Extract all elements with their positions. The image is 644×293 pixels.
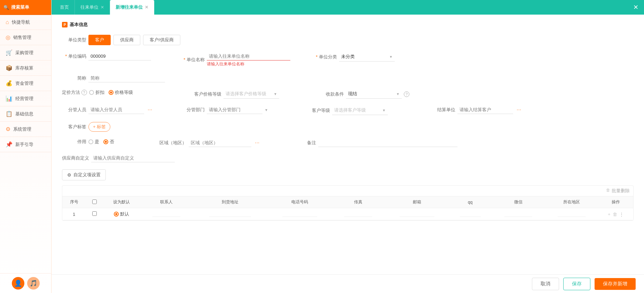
disabled-label: 停用 <box>62 139 86 145</box>
save-new-button[interactable]: 保存并新增 <box>595 278 636 290</box>
batch-delete-label[interactable]: 批量删除 <box>612 188 630 194</box>
payment-help-icon[interactable]: ? <box>404 91 409 97</box>
dept-input[interactable] <box>207 106 262 114</box>
fax-input[interactable] <box>344 211 372 217</box>
tab-partners[interactable]: 往来单位 ✕ <box>75 0 110 15</box>
custom-settings-label: 自定义项设置 <box>73 172 101 178</box>
region-label: 区域（地区） <box>159 140 187 146</box>
unit-type-row: 单位类型 客户 供应商 客户/供应商 <box>62 35 634 45</box>
payment-terms-select[interactable]: 现结 ▼ <box>346 89 402 99</box>
supplier-custom-input[interactable] <box>91 154 175 162</box>
tab-new-partner-close[interactable]: ✕ <box>145 5 148 10</box>
custom-settings-button[interactable]: ⚙ 自定义项设置 <box>62 169 106 180</box>
th-wechat: 微信 <box>492 196 545 208</box>
tab-partners-close[interactable]: ✕ <box>101 5 104 10</box>
sidebar-item-guide[interactable]: 📌 新手引导 <box>0 137 51 152</box>
tags-label: 客户标签 <box>62 124 86 130</box>
email-input[interactable] <box>400 211 434 217</box>
row-default: 默认 <box>103 208 140 220</box>
address-input[interactable] <box>209 211 251 217</box>
disabled-yes[interactable]: 是 <box>88 139 99 145</box>
manager-input[interactable] <box>88 106 144 114</box>
row-email <box>385 208 449 220</box>
row-region-input[interactable] <box>558 211 586 217</box>
manager-field: 分管人员 ··· <box>62 106 180 114</box>
save-button[interactable]: 保存 <box>563 278 590 290</box>
th-default: 设为默认 <box>103 196 140 208</box>
radio-price-level-label: 价格等级 <box>115 89 133 96</box>
add-row-icon[interactable]: + <box>608 212 611 217</box>
settlement-input[interactable] <box>457 106 513 114</box>
pricing-help-icon[interactable]: ? <box>81 90 87 95</box>
tags-row: 客户标签 + 标签 <box>62 122 634 132</box>
tab-bar-close[interactable]: ✕ <box>630 3 641 11</box>
tab-home[interactable]: 首页 <box>54 0 75 15</box>
type-btn-both[interactable]: 客户/供应商 <box>143 35 180 45</box>
sidebar-search[interactable]: 🔍 搜索菜单 <box>0 0 51 15</box>
sidebar: 🔍 搜索菜单 ⌂ 快捷导航 ◎ 销售管理 🛒 采购管理 📦 库存核算 💰 资金管… <box>0 0 52 293</box>
sidebar-music[interactable]: 🎵 <box>27 277 40 290</box>
row-action-icons: + 🗑 ⋮ <box>602 212 630 217</box>
sidebar-item-system[interactable]: ⚙ 系统管理 <box>0 122 51 137</box>
th-action: 操作 <box>598 196 633 208</box>
region-dots[interactable]: ··· <box>253 140 261 146</box>
sidebar-item-operations[interactable]: 📊 经营管理 <box>0 91 51 106</box>
payment-terms-label: 收款条件 <box>320 91 344 97</box>
row-select-checkbox[interactable] <box>92 211 97 216</box>
disabled-yes-label: 是 <box>95 139 99 145</box>
customer-level-arrow: ▼ <box>382 108 386 112</box>
select-all-checkbox[interactable] <box>92 200 97 204</box>
sidebar-item-quick-nav[interactable]: ⌂ 快捷导航 <box>0 15 51 30</box>
sidebar-item-purchase[interactable]: 🛒 采购管理 <box>0 45 51 60</box>
scroll-handle[interactable]: ⋮ <box>619 212 624 217</box>
home-icon: ⌂ <box>6 19 9 25</box>
short-name-label: 简称 <box>62 75 86 81</box>
sidebar-item-sales[interactable]: ◎ 销售管理 <box>0 30 51 45</box>
phone-input[interactable] <box>282 211 317 217</box>
sidebar-item-label: 销售管理 <box>13 34 31 41</box>
system-icon: ⚙ <box>6 126 10 132</box>
region-input[interactable] <box>189 139 251 147</box>
sidebar-avatar[interactable]: 👤 <box>12 277 24 290</box>
type-btn-supplier[interactable]: 供应商 <box>113 35 140 45</box>
tab-home-label: 首页 <box>60 4 69 10</box>
name-input[interactable] <box>207 52 290 60</box>
settlement-dots[interactable]: ··· <box>515 107 523 113</box>
pricing-label: 定价方法 ? <box>62 89 87 96</box>
category-select[interactable]: 未分类 ▼ <box>339 52 395 62</box>
wechat-input[interactable] <box>504 211 532 217</box>
sidebar-item-inventory[interactable]: 📦 库存核算 <box>0 60 51 76</box>
customer-level-select[interactable]: 请选择客户等级 ▼ <box>332 106 388 115</box>
radio-discount-circle <box>89 90 94 95</box>
sidebar-item-label: 新手引导 <box>15 141 33 148</box>
code-input[interactable] <box>88 52 151 60</box>
type-btn-customer[interactable]: 客户 <box>88 35 111 45</box>
short-name-input[interactable] <box>88 74 165 82</box>
pricing-radio-price-level[interactable]: 价格等级 <box>109 89 133 96</box>
manager-dots[interactable]: ··· <box>146 107 154 113</box>
sidebar-item-basic[interactable]: 📋 基础信息 <box>0 106 51 122</box>
dept-label: 分管部门 <box>180 107 205 113</box>
customer-level-label: 客户等级 <box>306 107 330 114</box>
code-field: * 单位编码 <box>62 52 180 60</box>
contact-input[interactable] <box>152 211 180 217</box>
sidebar-item-label: 资金管理 <box>15 80 33 87</box>
add-tag-button[interactable]: + 标签 <box>88 122 110 132</box>
delete-row-icon[interactable]: 🗑 <box>613 212 617 217</box>
customer-price-placeholder: 请选择客户价格等级 <box>226 91 272 97</box>
remarks-input[interactable] <box>318 139 457 147</box>
section-icon: P <box>62 22 68 27</box>
customer-price-select[interactable]: 请选择客户价格等级 ▼ <box>223 89 279 99</box>
disabled-no[interactable]: 否 <box>103 139 114 145</box>
cancel-button[interactable]: 取消 <box>532 278 559 290</box>
qq-input[interactable] <box>460 211 481 217</box>
payment-terms-arrow: ▼ <box>396 92 400 96</box>
pricing-radio-discount[interactable]: 折扣 <box>89 89 104 96</box>
region-field: 区域（地区） ··· <box>159 139 292 147</box>
tab-new-partner[interactable]: 新增往来单位 ✕ <box>110 0 154 15</box>
sidebar-item-finance[interactable]: 💰 资金管理 <box>0 76 51 91</box>
radio-price-level-circle <box>109 90 113 95</box>
form-content: P 基本信息 单位类型 客户 供应商 客户/供应商 * 单位编码 <box>52 15 644 274</box>
row-default-radio[interactable]: 默认 <box>107 211 136 217</box>
batch-delete-row: 🗑 批量删除 <box>62 186 633 196</box>
